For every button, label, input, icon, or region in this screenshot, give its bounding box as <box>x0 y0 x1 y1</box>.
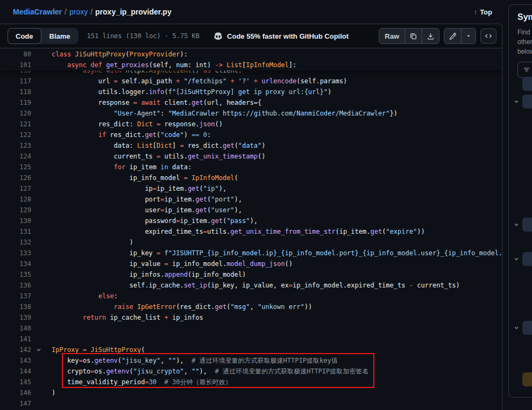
line-number[interactable]: 137 <box>0 291 31 301</box>
line-number[interactable]: 144 <box>0 366 31 377</box>
code-line: 123 data: List[Dict] = res_dict.get("dat… <box>0 140 502 151</box>
line-number[interactable]: 126 <box>0 172 31 183</box>
line-number[interactable]: 145 <box>0 377 31 387</box>
tab-blame[interactable]: Blame <box>41 28 79 44</box>
symbols-panel: Symbols Find other below <box>508 4 532 398</box>
code-text: current_ts = utils.get_unix_timestamp() <box>52 151 265 162</box>
code-line: 139 return ip_cache_list + ip_infos <box>0 312 502 323</box>
symbol-row <box>509 252 532 266</box>
code-line: 101 async def get_proxies(self, num: int… <box>0 60 502 70</box>
code-line: 129 user=ip_item.get("user"), <box>0 205 502 215</box>
code-text: class JiSuHttpProxy(ProxyProvider): <box>52 49 188 60</box>
symbol-item[interactable] <box>522 372 532 386</box>
tab-code[interactable]: Code <box>8 28 41 44</box>
line-number[interactable]: 130 <box>0 215 31 226</box>
line-number[interactable]: 119 <box>0 97 31 108</box>
line-number[interactable]: 147 <box>0 398 31 409</box>
line-number[interactable]: 139 <box>0 312 31 323</box>
code-text: ) <box>52 237 133 248</box>
sticky-scope-lines: 80class JiSuHttpProxy(ProxyProvider):101… <box>0 49 502 70</box>
line-number[interactable]: 143 <box>0 355 31 366</box>
file-card: Code Blame 151 lines (130 loc) · 5.75 KB… <box>0 24 502 410</box>
line-number[interactable]: 127 <box>0 183 31 194</box>
code-line: 136 self.ip_cache.set_ip(ip_key, ip_valu… <box>0 280 502 291</box>
breadcrumb-separator: / <box>90 8 93 16</box>
line-number[interactable]: 122 <box>0 130 31 140</box>
symbol-item[interactable] <box>522 218 532 232</box>
line-number[interactable]: 141 <box>0 334 31 344</box>
line-number[interactable]: 101 <box>0 60 31 70</box>
copilot-banner-text: Code 55% faster with GitHub Copilot <box>227 32 349 40</box>
file-info-text: 151 lines (130 loc) · 5.75 KB <box>87 32 200 40</box>
code-text: ) <box>52 387 55 398</box>
line-number[interactable]: 132 <box>0 237 31 248</box>
back-to-top-label: Top <box>480 8 492 16</box>
main-column: MediaCrawler/proxy/proxy_ip_provider.py … <box>0 0 503 410</box>
symbols-description-line: Find <box>517 27 532 37</box>
line-number[interactable]: 138 <box>0 301 31 312</box>
line-number[interactable]: 146 <box>0 387 31 398</box>
code-text: ip=ip_item.get("ip"), <box>52 183 226 194</box>
line-number[interactable]: 117 <box>0 76 31 87</box>
line-number[interactable]: 123 <box>0 140 31 151</box>
symbol-group-chevron-icon[interactable] <box>513 256 520 262</box>
code-line: 145 time_validity_period=30 # 30分钟（最长时效） <box>0 377 502 387</box>
line-number[interactable]: 121 <box>0 119 31 130</box>
code-line: 147 <box>0 398 502 409</box>
symbols-panel-toggle-button[interactable] <box>480 28 496 44</box>
edit-dropdown-button[interactable] <box>462 28 476 44</box>
symbols-panel-description: Find other below <box>517 27 532 56</box>
symbols-description-line: below <box>517 47 532 56</box>
collapse-chevron-icon[interactable] <box>36 347 42 353</box>
download-button[interactable] <box>422 28 439 44</box>
symbol-item[interactable] <box>522 321 532 335</box>
edit-button[interactable] <box>444 28 462 44</box>
code-line: 142IpProxy = JiSuHttpProxy( <box>0 344 502 355</box>
code-line: 132 ) <box>0 237 502 248</box>
code-line: 130 password=ip_item.get("pass"), <box>0 215 502 226</box>
copilot-icon <box>214 32 223 41</box>
symbol-row <box>509 321 532 335</box>
line-number[interactable]: 131 <box>0 226 31 237</box>
line-number[interactable]: 80 <box>0 49 31 60</box>
code-text: user=ip_item.get("user"), <box>52 205 242 215</box>
code-text: ip_value = ip_info_model.model_dump_json… <box>52 258 293 269</box>
symbol-item[interactable] <box>522 77 532 91</box>
line-number[interactable]: 142 <box>0 344 31 355</box>
line-number[interactable]: 118 <box>0 87 31 97</box>
symbol-item[interactable] <box>522 252 532 266</box>
code-text: for ip_item in data: <box>52 162 191 172</box>
code-line: 117 url = self.api_path + "/fetchips" + … <box>0 76 502 87</box>
code-text: ip_key = f"JISUHTTP_{ip_info_model.ip}_{… <box>52 248 502 258</box>
back-to-top-link[interactable]: ↑ Top <box>474 8 492 16</box>
breadcrumb-folder-link[interactable]: proxy <box>69 8 88 16</box>
line-number[interactable]: 129 <box>0 205 31 215</box>
line-number[interactable]: 133 <box>0 248 31 258</box>
line-number[interactable]: 128 <box>0 194 31 205</box>
copy-raw-button[interactable] <box>405 28 422 44</box>
symbol-group-chevron-icon[interactable] <box>513 325 520 331</box>
symbol-group-chevron-icon[interactable] <box>513 221 520 228</box>
symbol-group-chevron-icon[interactable] <box>513 98 520 105</box>
symbol-row <box>509 372 532 386</box>
breadcrumb-filename: proxy_ip_provider.py <box>95 8 172 16</box>
symbol-item[interactable] <box>522 95 532 109</box>
line-number[interactable]: 140 <box>0 323 31 334</box>
line-number[interactable]: 120 <box>0 108 31 119</box>
code-line: 119 response = await client.get(url, hea… <box>0 97 502 108</box>
line-number[interactable]: 136 <box>0 280 31 291</box>
line-number[interactable]: 135 <box>0 269 31 280</box>
raw-button[interactable]: Raw <box>379 28 405 44</box>
breadcrumb-path: MediaCrawler/proxy/proxy_ip_provider.py <box>13 8 172 16</box>
breadcrumb-repo-link[interactable]: MediaCrawler <box>13 8 62 16</box>
line-number[interactable]: 125 <box>0 162 31 172</box>
copilot-banner[interactable]: Code 55% faster with GitHub Copilot <box>214 32 349 41</box>
code-line: 137 else: <box>0 291 502 301</box>
line-number[interactable]: 124 <box>0 151 31 162</box>
code-text: key=os.getenv("jisu_key", ""), # 通过环境变量的… <box>52 355 338 366</box>
code-text: port=ip_item.get("port"), <box>52 194 242 205</box>
code-text: ip_info_model = IpInfoModel( <box>52 172 238 183</box>
line-number[interactable]: 134 <box>0 258 31 269</box>
code-blame-toggle: Code Blame <box>8 28 79 44</box>
code-text: raise IpGetError(res_dict.get("msg", "un… <box>52 301 312 312</box>
